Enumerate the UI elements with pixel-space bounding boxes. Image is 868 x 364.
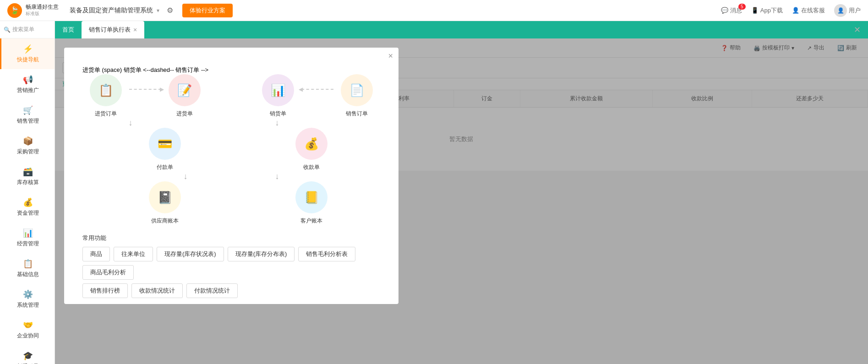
supplier-account-icon: 📓: [149, 181, 181, 213]
func-btn-付款情况统计[interactable]: 付款情况统计: [186, 283, 238, 298]
app-label: App下载: [760, 6, 783, 15]
user-label: 用户: [849, 6, 861, 15]
message-badge: 5: [738, 4, 746, 10]
customer-account-icon: 📒: [295, 181, 328, 213]
operation-label: 经营管理: [17, 240, 39, 248]
flow-node-customer-account[interactable]: 📒 客户账本: [284, 181, 339, 225]
sale-order-icon: 📄: [341, 74, 373, 106]
system-title-area: 装备及固定资产辅助管理系统 ▾ ⚙ 体验行业方案: [70, 4, 233, 17]
logo-name: 畅康通好生意: [26, 4, 59, 11]
flow-node-sale-bill[interactable]: 📊 销货单: [255, 74, 301, 118]
flow-node-receipt[interactable]: 💰 收款单: [284, 128, 339, 171]
sidebar-item-basic[interactable]: 📋 基础信息: [0, 253, 55, 284]
finance-label: 资金管理: [17, 209, 39, 217]
top-header: 🍃 畅康通好生意 标准版 装备及固定资产辅助管理系统 ▾ ⚙ 体验行业方案 💬 …: [0, 0, 868, 21]
sidebar-item-system[interactable]: ⚙️ 系统管理: [0, 284, 55, 315]
sidebar-item-inventory[interactable]: 🗃️ 库存核算: [0, 161, 55, 192]
search-menu-trigger[interactable]: 🔍 搜索菜单: [4, 26, 51, 33]
modal-box: × 进货单 (space) 销货单 <--dashed-- 销售订单 --> 📋: [64, 48, 399, 304]
operation-icon: 📊: [23, 228, 33, 238]
user-button[interactable]: 👤 用户: [834, 4, 861, 17]
flow-node-sale-order[interactable]: 📄 销售订单: [333, 74, 380, 118]
trial-button[interactable]: 体验行业方案: [182, 4, 233, 17]
modal-close-button[interactable]: ×: [388, 51, 393, 61]
enterprise-icon: 🤝: [23, 320, 33, 330]
flow-node-purchase-bill[interactable]: 📝 进货单: [161, 74, 208, 118]
tab-label-home: 首页: [62, 26, 74, 34]
purchase-order-label: 进货订单: [95, 110, 117, 118]
sidebar-item-sales[interactable]: 🛒 销售管理: [0, 100, 55, 130]
header-right: 💬 消息 5 📱 App下载 👤 在线客服 👤 用户: [721, 4, 861, 17]
window-close-button[interactable]: ✕: [846, 21, 868, 38]
purchase-bill-label: 进货单: [176, 110, 193, 118]
purchase-order-icon: 📋: [90, 74, 122, 106]
service-icon: 👤: [792, 7, 799, 14]
purchase-label: 采购管理: [17, 148, 39, 156]
basic-label: 基础信息: [17, 271, 39, 278]
tab-home[interactable]: 首页: [55, 21, 82, 38]
tab-label-sales-order: 销售订单执行表: [89, 26, 131, 34]
marketing-label: 营销推广: [17, 87, 39, 94]
sales-icon: 🛒: [23, 105, 33, 115]
marketing-icon: 📢: [23, 75, 33, 85]
sidebar-item-marketing[interactable]: 📢 营销推广: [0, 69, 55, 100]
sidebar-item-enterprise[interactable]: 🤝 企业协同: [0, 315, 55, 345]
func-btn-商品毛利分析[interactable]: 商品毛利分析: [82, 265, 134, 280]
modal-overlay: × 进货单 (space) 销货单 <--dashed-- 销售订单 --> 📋: [55, 38, 868, 364]
flow-node-payment[interactable]: 💳 付款单: [137, 128, 192, 171]
sidebar-item-operation[interactable]: 📊 经营管理: [0, 223, 55, 253]
quick-nav-label: 快捷导航: [17, 56, 39, 64]
enterprise-label: 企业协同: [17, 332, 39, 340]
sidebar-search-area[interactable]: 🔍 搜索菜单: [0, 21, 55, 38]
gear-icon[interactable]: ⚙: [167, 6, 173, 15]
quick-nav-icon: ⚡: [23, 44, 33, 54]
func-btn-销售毛利分析表[interactable]: 销售毛利分析表: [298, 247, 355, 261]
system-dropdown-icon[interactable]: ▾: [157, 7, 159, 14]
sidebar-item-newbie[interactable]: 🎓 新手引导: [0, 345, 55, 364]
inventory-icon: 🗃️: [23, 167, 33, 177]
receipt-icon: 💰: [295, 128, 328, 160]
message-icon: 💬: [721, 7, 728, 14]
tab-sales-order[interactable]: 销售订单执行表×: [82, 21, 144, 38]
customer-account-label: 客户账本: [300, 217, 322, 225]
system-title: 装备及固定资产辅助管理系统: [70, 6, 153, 15]
flow-node-purchase-order[interactable]: 📋 进货订单: [82, 74, 129, 118]
sales-label: 销售管理: [17, 117, 39, 125]
purchase-icon: 📦: [23, 136, 33, 146]
tab-close-sales-order[interactable]: ×: [133, 26, 137, 33]
system-icon: ⚙️: [23, 289, 33, 299]
func-btn-商品[interactable]: 商品: [82, 247, 110, 261]
app-download-button[interactable]: 📱 App下载: [751, 6, 783, 15]
payment-label: 付款单: [157, 163, 173, 171]
func-btn-销售排行榜[interactable]: 销售排行榜: [82, 283, 128, 298]
search-icon: 🔍: [4, 27, 11, 33]
newbie-icon: 🎓: [23, 351, 33, 361]
logo-icon: 🍃: [7, 3, 22, 18]
sidebar-item-finance[interactable]: 💰 资金管理: [0, 192, 55, 223]
flow-node-supplier-account[interactable]: 📓 供应商账本: [137, 181, 192, 225]
receipt-label: 收款单: [303, 163, 320, 171]
supplier-account-label: 供应商账本: [151, 217, 179, 225]
func-btn-往来单位[interactable]: 往来单位: [114, 247, 153, 261]
finance-icon: 💰: [23, 197, 33, 207]
sidebar: 🔍 搜索菜单 ⚡ 快捷导航 📢 营销推广 🛒 销售管理 📦 采购管理 🗃️ 库存…: [0, 21, 55, 364]
tab-bar: 首页销售订单执行表× ✕: [55, 21, 868, 38]
sidebar-item-quick-nav[interactable]: ⚡ 快捷导航: [0, 38, 55, 69]
sale-order-label: 销售订单: [346, 110, 368, 118]
avatar: 👤: [834, 4, 847, 17]
message-button[interactable]: 💬 消息 5: [721, 6, 742, 15]
common-functions-title: 常用功能: [82, 234, 380, 242]
logo-area: 🍃 畅康通好生意 标准版: [7, 3, 62, 18]
service-label: 在线客服: [801, 6, 825, 15]
main-content: 首页销售订单执行表× ✕ ❓ 帮助 🖨️ 按模板打印 ▾ ↗ 导出 🔄 刷新: [55, 21, 868, 364]
modal-content: 进货单 (space) 销货单 <--dashed-- 销售订单 --> 📋 进…: [64, 48, 399, 304]
purchase-bill-icon: 📝: [169, 74, 201, 106]
func-btn-现存量(库存分布表)[interactable]: 现存量(库存分布表): [228, 247, 295, 261]
sale-bill-label: 销货单: [270, 110, 286, 118]
basic-icon: 📋: [23, 259, 33, 269]
func-btn-现存量(库存状况表)[interactable]: 现存量(库存状况表): [157, 247, 224, 261]
system-label: 系统管理: [17, 301, 39, 309]
online-service-button[interactable]: 👤 在线客服: [792, 6, 825, 15]
func-btn-收款情况统计[interactable]: 收款情况统计: [131, 283, 183, 298]
sidebar-item-purchase[interactable]: 📦 采购管理: [0, 130, 55, 161]
